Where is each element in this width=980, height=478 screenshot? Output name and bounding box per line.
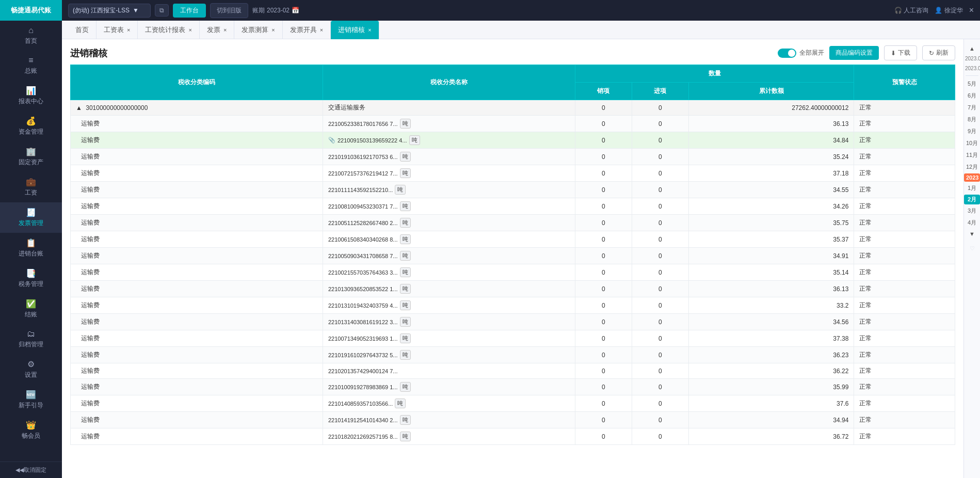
group-tax-name: 交通运输服务 [323,100,575,116]
tab-salary[interactable]: 工资表 × [97,21,138,39]
purchase-ledger-icon: 📋 [26,238,36,248]
headset-icon: 🎧 [894,7,902,14]
row-tax-code: 2210061508340340268 8... 吨 [323,231,575,248]
download-button[interactable]: ⬇ 下载 [884,45,917,60]
month-8[interactable]: 8月 [964,114,980,125]
row-sales: 0 [575,281,632,297]
row-name: 运输费 [71,215,323,231]
month-10[interactable]: 10月 [964,137,980,149]
tab-purchase-sales-label: 进销稽核 [338,25,365,35]
active-year[interactable]: 2023 [964,173,980,182]
row-tax-code: 2210071349052319693 1... 吨 [323,330,575,347]
setting-button[interactable]: 商品编码设置 [829,46,879,60]
row-sales: 0 [575,347,632,363]
year-2023-1[interactable]: 2023.02 [964,54,980,63]
active-month[interactable]: 2月 [964,195,980,204]
tab-home[interactable]: 首页 [68,21,97,39]
group-sales: 0 [575,100,632,116]
nav-up[interactable]: ▲ [964,43,980,54]
month-4[interactable]: 4月 [964,217,980,229]
close-button[interactable]: × [969,6,974,15]
sidebar-item-fund[interactable]: 💰 资金管理 [0,111,62,141]
unit-badge: 吨 [400,350,411,360]
col-purchase: 进项 [632,83,688,100]
row-status: 正常 [854,395,955,412]
page-actions: 全部展开 商品编码设置 ⬇ 下载 ↻ 刷新 [778,45,955,60]
top-right: 🎧 人工咨询 👤 徐淀华 × [894,6,974,15]
tab-salary-close[interactable]: × [127,27,130,33]
user-info[interactable]: 👤 徐淀华 [935,6,962,15]
collapse-icon[interactable]: ▲ [76,104,82,111]
tab-invoice-close[interactable]: × [223,27,227,33]
sidebar-item-invoice-mgmt[interactable]: 🧾 发票管理 [0,202,62,233]
row-tax-code: 2210131403081619122 3... 吨 [323,314,575,330]
row-purchase: 0 [632,149,688,165]
row-tax-code: 📎 2210091503139659222 4... 吨 [323,132,575,149]
tab-invoice-calc-close[interactable]: × [271,27,275,33]
sidebar-item-settings[interactable]: ⚙ 设置 [0,354,62,385]
expand-toggle[interactable] [778,49,796,58]
month-11[interactable]: 11月 [964,149,980,161]
row-status: 正常 [854,264,955,281]
switch-version-button[interactable]: 切到旧版 [210,3,248,18]
sidebar-item-settle[interactable]: ✅ 结账 [0,294,62,324]
sidebar-item-guide[interactable]: 🆕 新手引导 [0,385,62,415]
tab-purchase-sales-close[interactable]: × [368,27,371,33]
tab-purchase-sales[interactable]: 进销稽核 × [331,21,379,39]
tab-salary-stats-close[interactable]: × [188,27,191,33]
unpin-button[interactable]: ◀◀ 取消固定 [0,461,62,478]
company-selector[interactable]: (勿动) 江西报宝-LSS ▼ [68,4,151,18]
period-info: 账期 2023-02 📅 [252,6,299,15]
copy-button[interactable]: ⧉ [155,4,169,17]
row-name: 运输费 [71,379,323,395]
sidebar-item-reports[interactable]: 📊 报表中心 [0,81,62,111]
row-tax-code: 2210072157376219412 7... 吨 [323,165,575,182]
group-status: 正常 [854,100,955,116]
month-6[interactable]: 6月 [964,90,980,102]
sidebar-item-salary[interactable]: 💼 工资 [0,172,62,202]
attachment-icon[interactable]: 📎 [328,137,335,144]
table-row: 运输费 2210081009453230371 7... 吨 0 0 34.26… [71,198,955,215]
row-purchase: 0 [632,215,688,231]
sidebar-item-ledger[interactable]: ≡ 总账 [0,51,62,81]
row-cumulative: 34.56 [688,314,854,330]
year-2023-2[interactable]: 2023.02 [964,63,980,73]
table-row: 运输费 2210021557035764363 3... 吨 0 0 35.14… [71,264,955,281]
table-row: 运输费 2210131403081619122 3... 吨 0 0 34.56… [71,314,955,330]
row-cumulative: 34.91 [688,248,854,264]
month-9[interactable]: 9月 [964,125,980,137]
refresh-button[interactable]: ↻ 刷新 [922,45,955,60]
app-logo: 畅捷通易代账 [0,0,62,21]
group-tax-code: ▲ 301000000000000000 [71,100,323,116]
tab-invoice-open[interactable]: 发票开具 × [283,21,331,39]
month-1[interactable]: 1月 [964,182,980,194]
tab-invoice[interactable]: 发票 × [200,21,234,39]
expand-toggle-label: 全部展开 [799,49,824,57]
settle-icon: ✅ [26,299,36,309]
sidebar-item-assets[interactable]: 🏢 固定资产 [0,141,62,172]
row-cumulative: 37.18 [688,165,854,182]
favorite-icon[interactable]: ♡ [964,243,980,254]
table-row: 运输费 2210051125282667480 2... 吨 0 0 35.75… [71,215,955,231]
sidebar-item-label: 首页 [25,37,37,45]
sidebar-item-archive[interactable]: 🗂 归档管理 [0,324,62,354]
tab-salary-label: 工资表 [104,25,124,35]
tab-invoice-open-close[interactable]: × [320,27,323,33]
nav-down[interactable]: ▼ [964,229,980,239]
sidebar-item-purchase-ledger[interactable]: 📋 进销台账 [0,233,62,263]
sidebar-item-home[interactable]: ⌂ 首页 [0,21,62,51]
calendar-icon[interactable]: 📅 [292,7,299,14]
col-sales: 销项 [575,83,632,100]
sidebar-item-member[interactable]: 👑 畅会员 [0,415,62,445]
sidebar-item-tax[interactable]: 📑 税务管理 [0,263,62,294]
workbench-button[interactable]: 工作台 [173,4,206,18]
month-3[interactable]: 3月 [964,205,980,217]
month-5[interactable]: 5月 [964,78,980,90]
support-label[interactable]: 🎧 人工咨询 [894,6,928,15]
row-cumulative: 37.38 [688,330,854,347]
tab-salary-stats[interactable]: 工资统计报表 × [138,21,199,39]
tab-invoice-calc[interactable]: 发票测算 × [234,21,282,39]
month-7[interactable]: 7月 [964,102,980,114]
month-12[interactable]: 12月 [964,161,980,173]
col-status: 预警状态 [854,65,955,100]
